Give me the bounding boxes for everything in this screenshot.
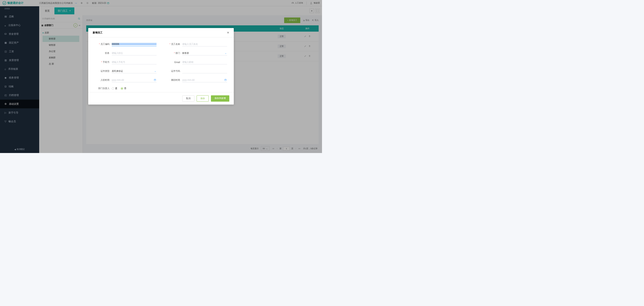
hire-date-input[interactable] xyxy=(112,79,156,81)
field-hire-date: 入职时间 xyxy=(95,78,156,82)
required-marker: * xyxy=(174,52,175,55)
calendar-icon[interactable] xyxy=(154,79,156,81)
svg-rect-6 xyxy=(224,79,226,81)
field-id-number: 证件号码 xyxy=(166,69,227,73)
save-and-new-button[interactable]: 保存并新增 xyxy=(211,95,229,102)
field-code: *员工编码 xyxy=(95,42,156,46)
label-leave-date: 离职时间 xyxy=(166,79,180,82)
required-marker: * xyxy=(170,43,170,46)
field-leave-date: 离职时间 xyxy=(166,78,227,82)
field-id-type: 证件类型 ⌄ xyxy=(95,69,156,73)
position-input[interactable] xyxy=(112,52,156,54)
id-type-select[interactable] xyxy=(112,70,156,72)
field-phone: *手机号 xyxy=(95,60,156,64)
save-button[interactable]: 保存 xyxy=(196,95,209,102)
field-department: *部门 ⌄ xyxy=(166,51,227,55)
field-email: Email xyxy=(166,60,227,64)
new-employee-modal: 新增员工 ✕ *员工编码 *员工名称 职务 xyxy=(88,28,234,104)
label-email: Email xyxy=(166,61,180,64)
calendar-icon[interactable] xyxy=(224,79,226,81)
name-input[interactable] xyxy=(182,43,227,45)
chevron-down-icon[interactable]: ⌄ xyxy=(154,70,156,72)
radio-dot xyxy=(121,88,122,89)
close-icon[interactable]: ✕ xyxy=(227,31,229,34)
input-wrap xyxy=(112,42,156,46)
label-code: *员工编码 xyxy=(95,43,110,46)
label-department: *部门 xyxy=(166,52,180,55)
field-position: 职务 xyxy=(95,51,156,55)
label-id-type: 证件类型 xyxy=(95,70,110,73)
input-wrap xyxy=(112,60,156,64)
input-wrap: ⌄ xyxy=(112,69,156,73)
chevron-down-icon[interactable]: ⌄ xyxy=(225,52,226,54)
code-input[interactable] xyxy=(112,43,156,45)
label-manager: 部门负责人 xyxy=(95,87,110,90)
label-id-number: 证件号码 xyxy=(166,70,180,73)
cancel-button[interactable]: 取消 xyxy=(182,95,194,102)
input-wrap xyxy=(182,60,227,64)
required-marker: * xyxy=(101,61,102,64)
label-name: *员工名称 xyxy=(166,43,180,46)
label-position: 职务 xyxy=(95,52,110,55)
input-wrap xyxy=(182,42,227,46)
modal-body: *员工编码 *员工名称 职务 *部门 xyxy=(88,38,234,92)
manager-radio-group: 是 否 xyxy=(112,87,126,90)
modal-title: 新增员工 xyxy=(93,31,102,34)
field-name: *员工名称 xyxy=(166,42,227,46)
required-marker: * xyxy=(99,43,100,46)
label-hire-date: 入职时间 xyxy=(95,79,110,82)
radio-yes[interactable]: 是 xyxy=(112,87,117,90)
modal-footer: 取消 保存 保存并新增 xyxy=(88,92,234,104)
input-wrap xyxy=(112,51,156,55)
input-wrap: ⌄ xyxy=(182,51,227,55)
radio-circle-checked xyxy=(121,87,123,90)
svg-rect-5 xyxy=(154,79,156,81)
modal-header: 新增员工 ✕ xyxy=(88,28,234,38)
department-select[interactable] xyxy=(182,52,227,54)
field-manager: 部门负责人 是 否 xyxy=(95,87,227,90)
id-number-input[interactable] xyxy=(182,70,227,72)
input-wrap xyxy=(112,78,156,82)
radio-circle xyxy=(112,87,114,90)
input-wrap xyxy=(182,78,227,82)
input-wrap xyxy=(182,69,227,73)
radio-no[interactable]: 否 xyxy=(121,87,126,90)
phone-input[interactable] xyxy=(112,61,156,63)
leave-date-input[interactable] xyxy=(182,79,227,81)
form-grid: *员工编码 *员工名称 职务 *部门 xyxy=(95,42,227,90)
email-input[interactable] xyxy=(182,61,227,63)
label-phone: *手机号 xyxy=(95,61,110,64)
